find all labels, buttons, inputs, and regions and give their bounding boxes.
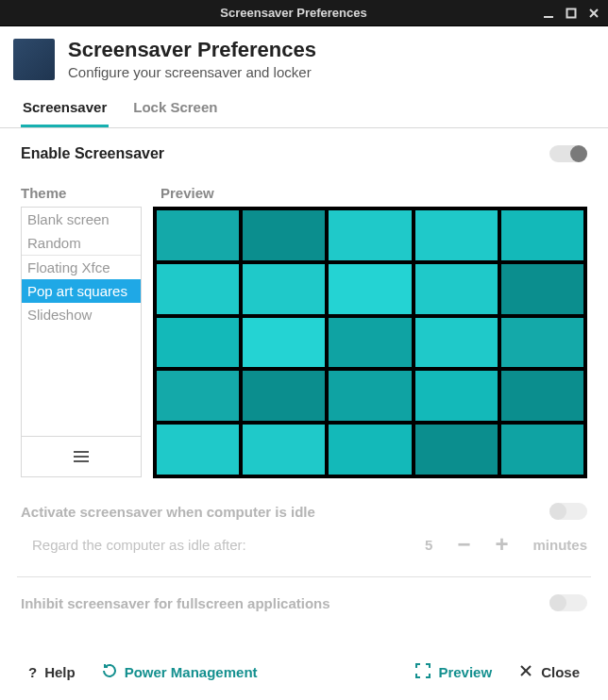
idle-after-value: 5 — [404, 537, 432, 553]
preview-cell — [329, 425, 411, 475]
idle-after-unit: minutes — [532, 537, 587, 553]
window-controls — [542, 7, 600, 20]
footer: ? Help Power Management Preview Close — [0, 648, 608, 700]
x-icon — [518, 663, 533, 681]
activate-idle-row: Activate screensaver when computer is id… — [21, 503, 587, 520]
enable-screensaver-label: Enable Screensaver — [21, 145, 164, 162]
preview-cell — [415, 371, 498, 421]
preview-cell — [157, 264, 239, 314]
activate-idle-label: Activate screensaver when computer is id… — [21, 504, 315, 520]
help-icon: ? — [28, 664, 37, 680]
preview-cell — [501, 425, 583, 475]
preview-cell — [243, 425, 325, 475]
power-management-button[interactable]: Power Management — [102, 663, 258, 681]
preview-button-label: Preview — [438, 664, 492, 680]
preview-cell — [157, 425, 239, 475]
theme-item[interactable]: Slideshow — [22, 303, 141, 326]
theme-label: Theme — [21, 185, 142, 201]
hamburger-icon[interactable] — [68, 445, 94, 468]
theme-item[interactable]: Blank screen — [22, 208, 141, 231]
close-button-label: Close — [541, 664, 580, 680]
preview-cell — [415, 264, 498, 314]
idle-after-label: Regard the computer as idle after: — [21, 537, 246, 553]
close-icon[interactable] — [587, 7, 600, 20]
preview-cell — [243, 318, 325, 368]
inhibit-fullscreen-toggle[interactable] — [549, 594, 587, 611]
enable-screensaver-row: Enable Screensaver — [21, 145, 587, 162]
header: Screensaver Preferences Configure your s… — [0, 26, 608, 90]
help-button-label: Help — [44, 664, 76, 680]
inhibit-fullscreen-label: Inhibit screensaver for fullscreen appli… — [21, 595, 330, 611]
page-subtitle: Configure your screensaver and locker — [68, 64, 316, 80]
enable-screensaver-toggle[interactable] — [549, 145, 587, 162]
preview-cell — [501, 371, 583, 421]
preview-cell — [329, 264, 411, 314]
plus-icon[interactable]: + — [495, 533, 508, 556]
preview-cell — [243, 264, 325, 314]
close-button[interactable]: Close — [518, 663, 580, 681]
preview-cell — [501, 318, 583, 368]
preview-cell — [329, 210, 411, 260]
app-icon — [13, 39, 55, 80]
activate-idle-toggle[interactable] — [549, 503, 587, 520]
svg-rect-1 — [567, 8, 576, 17]
preview-cell — [415, 318, 498, 368]
theme-item[interactable]: Floating Xfce — [22, 256, 141, 279]
preview-cell — [243, 210, 325, 260]
refresh-icon — [102, 663, 117, 681]
preview-cell — [501, 210, 583, 260]
preview-cell — [157, 210, 239, 260]
preview-cell — [501, 264, 583, 314]
idle-after-row: Regard the computer as idle after: 5 − +… — [21, 533, 587, 556]
preview-cell — [415, 425, 498, 475]
preview-cell — [157, 318, 239, 368]
preview-label: Preview — [160, 185, 214, 201]
tab-screensaver[interactable]: Screensaver — [21, 90, 109, 127]
fullscreen-icon — [415, 663, 431, 681]
preview-cell — [329, 318, 411, 368]
theme-list-footer — [21, 436, 142, 477]
minus-icon[interactable]: − — [457, 533, 470, 556]
theme-item[interactable]: Random — [22, 231, 141, 255]
preview-cell — [329, 371, 411, 421]
window-title: Screensaver Preferences — [45, 6, 542, 20]
theme-list[interactable]: Blank screen Random Floating Xfce Pop ar… — [21, 207, 142, 437]
preview-button[interactable]: Preview — [415, 663, 492, 681]
minimize-icon[interactable] — [542, 7, 555, 20]
preview-cell — [243, 371, 325, 421]
theme-item[interactable]: Pop art squares — [22, 279, 141, 303]
preview-pane — [153, 207, 587, 478]
tabs: Screensaver Lock Screen — [0, 90, 608, 128]
preview-cell — [415, 210, 498, 260]
help-button[interactable]: ? Help — [28, 664, 76, 680]
titlebar: Screensaver Preferences — [0, 0, 608, 26]
inhibit-fullscreen-row: Inhibit screensaver for fullscreen appli… — [21, 594, 587, 611]
page-title: Screensaver Preferences — [68, 38, 316, 62]
tab-lock-screen[interactable]: Lock Screen — [131, 90, 219, 127]
maximize-icon[interactable] — [565, 7, 578, 20]
preview-cell — [157, 371, 239, 421]
power-management-label: Power Management — [125, 664, 258, 680]
